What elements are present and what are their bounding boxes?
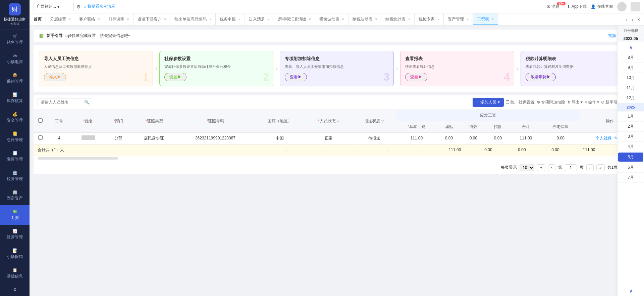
tab-guide-close[interactable]: × bbox=[127, 17, 129, 21]
tab-customer[interactable]: 客户联络 × bbox=[75, 13, 104, 25]
tab-salary-close[interactable]: × bbox=[492, 17, 494, 21]
tab-asset[interactable]: 资产管理 × bbox=[444, 13, 473, 25]
step-1-btn[interactable]: 导入▶ bbox=[44, 73, 66, 81]
message-button[interactable]: ✉ 消息 99+ bbox=[547, 4, 563, 9]
month-item-5-active[interactable]: 5月 bbox=[618, 153, 643, 162]
tab-tax-relief[interactable]: 税负波动表 × bbox=[315, 13, 348, 25]
horizontal-scrollbar[interactable] bbox=[38, 157, 118, 160]
sidebar-item-capital[interactable]: 💰 资金管理 bbox=[0, 108, 30, 127]
tab-tax-stat[interactable]: 纳税波动表 × bbox=[348, 13, 382, 25]
tab-salary[interactable]: 工资表 × bbox=[473, 13, 498, 25]
tab-invite[interactable]: 邀请下游客户 × bbox=[133, 13, 171, 25]
sidebar-item-fixed[interactable]: 🏢 固定资产 bbox=[0, 186, 30, 205]
step-4-btn[interactable]: 查看▶ bbox=[405, 73, 427, 81]
company-selector[interactable]: 广西钦州... ▾ bbox=[34, 2, 74, 11]
sidebar-item-inventory[interactable]: 📊 库存核算 bbox=[0, 88, 30, 108]
row-performance: 0.00 bbox=[461, 132, 486, 144]
month-item-12[interactable]: 12月 bbox=[618, 93, 644, 103]
tab-customer-close[interactable]: × bbox=[98, 17, 100, 21]
page-size-select[interactable]: 10 20 50 bbox=[520, 164, 534, 171]
month-item-3[interactable]: 3月 bbox=[618, 132, 644, 142]
month-item-6[interactable]: 6月 bbox=[618, 163, 644, 173]
page-first-btn[interactable]: « bbox=[537, 164, 545, 171]
sidebar-item-sales[interactable]: 🛒 销售管理 bbox=[0, 30, 30, 49]
tab-clearance-close[interactable]: × bbox=[268, 17, 270, 21]
month-item-7[interactable]: 7月 bbox=[618, 173, 644, 183]
select-all-checkbox[interactable] bbox=[38, 118, 43, 123]
tab-tax-calc[interactable]: 所得税汇算清缴 × bbox=[274, 13, 315, 25]
app-download-button[interactable]: ⬇ App下载 bbox=[567, 4, 587, 9]
month-item-2[interactable]: 2月 bbox=[618, 122, 644, 132]
tab-unit-code[interactable]: 往来单位商品编码 × bbox=[170, 13, 216, 25]
tab-tax-count-close[interactable]: × bbox=[408, 17, 410, 21]
sidebar-item-ledger[interactable]: 📒 总账管理 bbox=[0, 127, 30, 147]
tab-tax-relief-close[interactable]: × bbox=[342, 17, 344, 21]
demo-link[interactable]: ○ 我要看实例演示 bbox=[84, 4, 115, 9]
sidebar-item-purchase[interactable]: 📦 采购管理 bbox=[0, 69, 30, 88]
intro-video-btn[interactable]: 视频 bbox=[608, 33, 616, 39]
tab-invite-close[interactable]: × bbox=[164, 17, 166, 21]
sidebar-label-ecommerce: 小畅电商 bbox=[7, 59, 23, 65]
sidebar-item-salary[interactable]: 💵 工资 bbox=[0, 205, 30, 225]
footer-total-sum: 111.00 bbox=[576, 147, 602, 152]
online-service-button[interactable]: 👤 在线客服 bbox=[591, 4, 613, 9]
export-button[interactable]: ⬆ 导出 ▾ bbox=[567, 99, 583, 105]
topbar-settings-icon[interactable]: ⚙ bbox=[76, 4, 81, 9]
sidebar-settings[interactable]: ⚙ bbox=[0, 283, 30, 296]
tab-tax-expert[interactable]: 税检专家 × bbox=[415, 13, 444, 25]
search-icon[interactable]: 🔍 bbox=[84, 100, 89, 104]
month-nav-up[interactable]: ∧ bbox=[627, 44, 635, 51]
unified-settings-button[interactable]: ☰ 统一社保设置 bbox=[506, 99, 535, 105]
tab-guide[interactable]: 引导说明 × bbox=[104, 13, 133, 25]
tab-unit-code-close[interactable]: × bbox=[209, 17, 211, 21]
month-item-8[interactable]: 8月 bbox=[618, 53, 644, 63]
page-number-input[interactable] bbox=[565, 164, 577, 171]
tab-tax-stat-close[interactable]: × bbox=[375, 17, 377, 21]
sidebar-label-sales: 销售管理 bbox=[7, 40, 23, 45]
tab-home[interactable]: 首页 bbox=[30, 13, 46, 25]
tab-scroll-left[interactable]: ‹ bbox=[625, 16, 629, 23]
month-item-11[interactable]: 11月 bbox=[618, 83, 644, 93]
tab-asset-close[interactable]: × bbox=[467, 17, 469, 21]
operations-button[interactable]: ≡ 操作 ▾ bbox=[585, 99, 599, 105]
inventory-icon: 📊 bbox=[12, 92, 17, 97]
tab-partition[interactable]: 分层经营 × bbox=[46, 13, 75, 25]
add-person-button[interactable]: + 添加人员 ▾ bbox=[473, 98, 504, 107]
sidebar-item-report[interactable]: 📝 小畅报销 bbox=[0, 244, 30, 264]
row-checkbox[interactable] bbox=[38, 135, 43, 140]
sidebar-item-operation[interactable]: 📈 经营管理 bbox=[0, 225, 30, 244]
month-item-10[interactable]: 10月 bbox=[618, 73, 644, 83]
tab-tax-count[interactable]: 纳税统计表 × bbox=[381, 13, 415, 25]
tab-tax-expert-close[interactable]: × bbox=[437, 17, 439, 21]
tab-partition-close[interactable]: × bbox=[69, 17, 71, 21]
step-2-btn[interactable]: 设置▶ bbox=[164, 73, 186, 81]
sidebar-item-tax[interactable]: 🏦 税务管理 bbox=[0, 166, 30, 186]
sidebar-item-basic[interactable]: 📋 基础信息 bbox=[0, 264, 30, 283]
month-item-1[interactable]: 1月 bbox=[618, 112, 644, 122]
tab-close-all[interactable]: × bbox=[636, 16, 641, 23]
tab-tax-calc-close[interactable]: × bbox=[309, 17, 311, 21]
month-item-9[interactable]: 9月 bbox=[618, 63, 644, 73]
row-action-social-insurance[interactable]: 个人社保 bbox=[596, 135, 612, 141]
page-last-btn[interactable]: » bbox=[596, 164, 605, 171]
status-sort-icon[interactable]: ▽ bbox=[337, 119, 339, 123]
search-input[interactable] bbox=[38, 98, 91, 106]
month-nav-down[interactable]: ∨ bbox=[627, 287, 635, 295]
special-deduction-button[interactable]: ⊕ 专项附加扣除 bbox=[537, 99, 565, 105]
step-3-btn[interactable]: 查看▶ bbox=[285, 73, 307, 81]
tab-partition-label: 分层经营 bbox=[50, 16, 66, 22]
user-menu[interactable] bbox=[631, 2, 640, 11]
tab-scroll-right[interactable]: › bbox=[630, 16, 635, 23]
page-prev-btn[interactable]: ‹ bbox=[548, 164, 555, 171]
sidebar-item-invoice[interactable]: 🧾 发票管理 bbox=[0, 147, 30, 166]
user-avatar[interactable] bbox=[617, 2, 627, 11]
step-5-btn[interactable]: 敬请期待▶ bbox=[526, 73, 556, 81]
report-sort-icon[interactable]: ▽ bbox=[381, 119, 384, 123]
month-item-4[interactable]: 4月 bbox=[618, 142, 644, 152]
page-next-btn[interactable]: › bbox=[586, 164, 594, 171]
tab-clearance[interactable]: 进入清册 × bbox=[245, 13, 274, 25]
tab-tax-report-close[interactable]: × bbox=[238, 17, 240, 21]
steps-container: 导入人员工资信息 人员信息及工资数据新增导入 导入▶ 1 › 社保参数设置 完成… bbox=[34, 45, 640, 92]
sidebar-item-ecommerce[interactable]: 🛍 小畅电商 bbox=[0, 49, 30, 69]
tab-tax-report[interactable]: 税务申报 × bbox=[216, 13, 245, 25]
